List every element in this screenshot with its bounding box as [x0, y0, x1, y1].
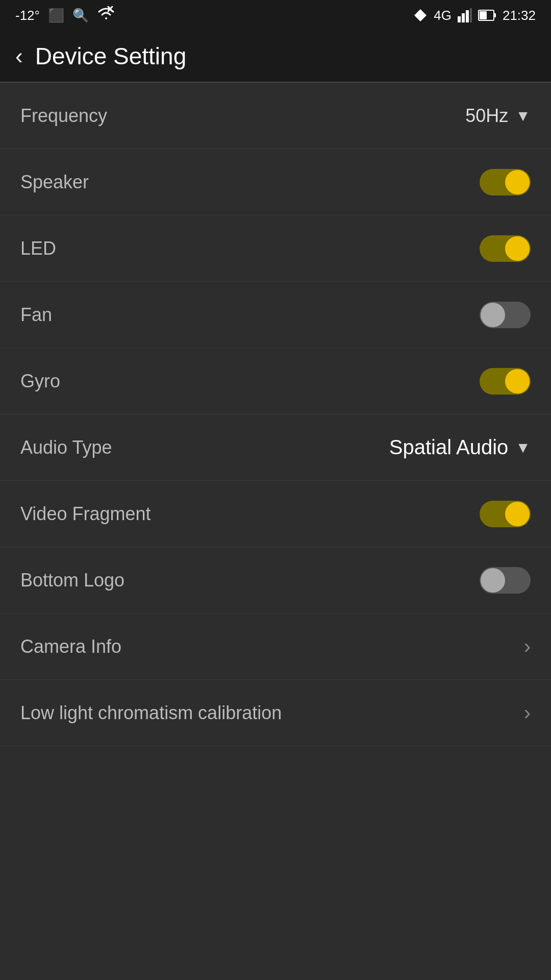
- svg-rect-3: [458, 16, 461, 22]
- setting-item-audio-type: Audio Type Spatial Audio ▼: [0, 414, 551, 481]
- setting-label-video-fragment: Video Fragment: [20, 503, 151, 525]
- video-fragment-toggle-knob: [505, 502, 530, 526]
- frequency-value: 50Hz: [465, 105, 508, 127]
- wifi-icon: [97, 6, 115, 25]
- svg-rect-9: [480, 11, 487, 19]
- gyro-toggle[interactable]: [480, 368, 531, 395]
- status-right: 4G 21:32: [413, 8, 536, 23]
- setting-label-audio-type: Audio Type: [20, 437, 112, 458]
- bottom-logo-toggle-knob: [481, 568, 505, 593]
- setting-item-gyro: Gyro: [0, 348, 551, 414]
- speaker-toggle[interactable]: [480, 169, 531, 195]
- search-icon: 🔍: [72, 8, 89, 23]
- svg-rect-5: [466, 10, 469, 22]
- camera-info-chevron-right-icon: ›: [524, 635, 531, 658]
- setting-item-fan: Fan: [0, 282, 551, 348]
- header: ‹ Device Setting: [0, 31, 551, 82]
- setting-item-frequency: Frequency 50Hz ▼: [0, 83, 551, 149]
- back-button[interactable]: ‹: [15, 45, 23, 67]
- setting-label-low-light-calibration: Low light chromatism calibration: [20, 702, 282, 724]
- audio-type-value: Spatial Audio: [389, 436, 509, 459]
- frequency-dropdown[interactable]: 50Hz ▼: [465, 105, 531, 127]
- time-display: 21:32: [503, 8, 536, 23]
- gyro-toggle-knob: [505, 369, 530, 394]
- setting-label-gyro: Gyro: [20, 371, 60, 392]
- setting-label-speaker: Speaker: [20, 172, 89, 193]
- chevron-down-icon: ▼: [515, 107, 531, 125]
- status-left: -12° ⬛ 🔍: [15, 6, 115, 25]
- setting-item-led: LED: [0, 215, 551, 282]
- speaker-toggle-knob: [505, 170, 530, 194]
- setting-item-bottom-logo: Bottom Logo: [0, 547, 551, 614]
- settings-list: Frequency 50Hz ▼ Speaker LED Fan Gyro Au: [0, 83, 551, 746]
- setting-item-camera-info[interactable]: Camera Info ›: [0, 614, 551, 680]
- setting-label-camera-info: Camera Info: [20, 636, 121, 657]
- svg-marker-2: [414, 9, 427, 21]
- network-type: 4G: [434, 8, 452, 23]
- setting-label-frequency: Frequency: [20, 105, 107, 127]
- audio-type-dropdown[interactable]: Spatial Audio ▼: [389, 436, 531, 459]
- svg-rect-4: [462, 13, 465, 22]
- svg-rect-6: [470, 8, 472, 22]
- setting-item-low-light-calibration[interactable]: Low light chromatism calibration ›: [0, 680, 551, 746]
- setting-label-bottom-logo: Bottom Logo: [20, 570, 124, 591]
- audio-chevron-down-icon: ▼: [515, 439, 531, 456]
- low-light-chevron-right-icon: ›: [524, 701, 531, 724]
- fan-toggle-knob: [481, 303, 505, 327]
- setting-item-video-fragment: Video Fragment: [0, 481, 551, 547]
- fan-toggle[interactable]: [480, 302, 531, 328]
- setting-label-fan: Fan: [20, 304, 52, 326]
- setting-item-speaker: Speaker: [0, 149, 551, 215]
- video-fragment-toggle[interactable]: [480, 501, 531, 527]
- bottom-logo-toggle[interactable]: [480, 567, 531, 594]
- page-title: Device Setting: [35, 42, 187, 70]
- status-bar: -12° ⬛ 🔍 4G: [0, 0, 551, 31]
- temperature-display: -12°: [15, 8, 40, 23]
- svg-rect-8: [494, 13, 496, 17]
- screenshot-icon: ⬛: [48, 8, 64, 23]
- led-toggle[interactable]: [480, 235, 531, 262]
- led-toggle-knob: [505, 236, 530, 261]
- setting-label-led: LED: [20, 238, 56, 259]
